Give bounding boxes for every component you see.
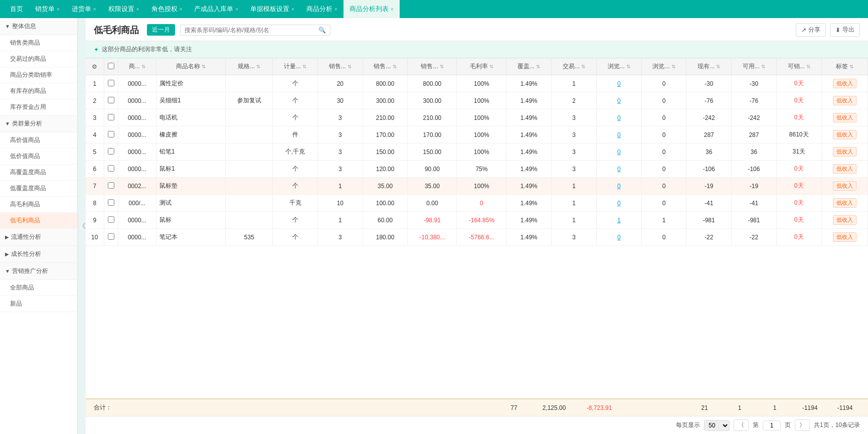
col-sales-amount[interactable]: 销售... ⇅: [363, 58, 408, 75]
col-sales-qty[interactable]: 销售... ⇅: [317, 58, 363, 75]
nav-role-auth[interactable]: 角色授权×: [145, 0, 189, 18]
row-select-checkbox[interactable]: [108, 199, 114, 206]
row-view1[interactable]: 0: [596, 126, 641, 143]
col-available[interactable]: 可用... ⇅: [732, 58, 777, 75]
share-button[interactable]: ↗ 分享: [796, 23, 826, 37]
row-select-checkbox[interactable]: [108, 80, 114, 86]
row-select-checkbox[interactable]: [108, 97, 114, 103]
row-view1[interactable]: 1: [596, 212, 641, 229]
row-view2: 0: [641, 143, 686, 161]
row-view1[interactable]: 0: [596, 75, 641, 92]
sidebar-item-sales-products[interactable]: 销售类商品: [0, 35, 77, 51]
sidebar-group-marketing[interactable]: ▼ 营销推广分析: [0, 263, 77, 280]
col-trade-count[interactable]: 交易... ⇅: [552, 58, 597, 75]
col-sellable[interactable]: 可销... ⇅: [776, 58, 821, 75]
row-select-checkbox[interactable]: [108, 165, 114, 172]
nav-template-settings[interactable]: 单据模板设置×: [244, 0, 300, 18]
sidebar-item-in-stock[interactable]: 有库存的商品: [0, 83, 77, 99]
col-unit[interactable]: 计量... ⇅: [273, 58, 318, 75]
sidebar-item-category-rate[interactable]: 商品分类助销率: [0, 67, 77, 83]
close-icon[interactable]: ×: [391, 7, 394, 12]
next-page-button[interactable]: 〉: [795, 419, 810, 431]
row-select-checkbox[interactable]: [108, 114, 114, 120]
col-tag[interactable]: 标签 ⇅: [821, 58, 867, 75]
table-row: 5 0000... 铅笔1 个,千克 3 150.00 150.00 100% …: [86, 143, 868, 161]
row-checkbox[interactable]: [104, 92, 118, 109]
row-checkbox[interactable]: [104, 212, 118, 229]
row-checkbox[interactable]: [104, 143, 118, 161]
sidebar-item-low-coverage[interactable]: 低覆盖度商品: [0, 181, 77, 197]
sidebar-item-low-margin[interactable]: 低毛利商品: [0, 213, 77, 229]
row-select-checkbox[interactable]: [108, 182, 114, 189]
row-view1[interactable]: 0: [596, 195, 641, 212]
row-view1[interactable]: 0: [596, 109, 641, 126]
close-icon[interactable]: ×: [235, 7, 238, 12]
sidebar-item-high-margin[interactable]: 高毛利商品: [0, 197, 77, 213]
search-input[interactable]: [185, 27, 318, 34]
col-name[interactable]: 商品名称 ⇅: [156, 58, 225, 75]
col-sales-profit[interactable]: 销售... ⇅: [408, 58, 457, 75]
sidebar-group-overall[interactable]: ▼ 整体信息: [0, 18, 77, 35]
close-icon[interactable]: ×: [291, 7, 294, 12]
col-view1[interactable]: 浏览... ⇅: [596, 58, 641, 75]
row-select-checkbox[interactable]: [108, 216, 114, 223]
per-page-select[interactable]: 50 20 100: [704, 420, 730, 431]
sidebar-collapse-button[interactable]: 《: [78, 18, 86, 434]
close-icon[interactable]: ×: [136, 7, 139, 12]
col-gross-margin[interactable]: 毛利率 ⇅: [457, 58, 506, 75]
row-select-checkbox[interactable]: [108, 131, 114, 137]
sidebar-item-stock-capital[interactable]: 库存资金占用: [0, 99, 77, 115]
col-current[interactable]: 现有... ⇅: [686, 58, 732, 75]
col-coverage[interactable]: 覆盖... ⇅: [506, 58, 552, 75]
nav-product-inbound[interactable]: 产成品入库单×: [188, 0, 244, 18]
total-current: -1194: [795, 404, 825, 411]
time-filter-button[interactable]: 近一月: [147, 24, 175, 36]
nav-product-analysis-list[interactable]: 商品分析列表×: [343, 0, 400, 18]
close-icon[interactable]: ×: [180, 7, 183, 12]
export-button[interactable]: ⬇ 导出: [830, 23, 860, 37]
row-select-checkbox[interactable]: [108, 233, 114, 240]
close-icon[interactable]: ×: [93, 7, 96, 12]
row-checkbox[interactable]: [104, 75, 118, 92]
row-checkbox[interactable]: [104, 195, 118, 212]
sidebar-item-high-coverage[interactable]: 高覆盖度商品: [0, 165, 77, 181]
row-unit: 件: [273, 126, 318, 143]
sidebar-item-traded-products[interactable]: 交易过的商品: [0, 51, 77, 67]
row-checkbox[interactable]: [104, 229, 118, 246]
sidebar-item-new-products[interactable]: 新品: [0, 296, 77, 312]
sidebar-item-high-value[interactable]: 高价值商品: [0, 132, 77, 149]
sidebar-group-growth[interactable]: ▶ 成长性分析: [0, 246, 77, 263]
nav-permission[interactable]: 权限设置×: [102, 0, 145, 18]
page-input[interactable]: [763, 420, 781, 430]
sidebar-group-cluster[interactable]: ▼ 类群量分析: [0, 115, 77, 132]
row-checkbox[interactable]: [104, 126, 118, 143]
col-settings[interactable]: ⚙: [86, 58, 104, 75]
sidebar-group-flow[interactable]: ▶ 流通性分析: [0, 229, 77, 246]
prev-page-button[interactable]: 〈: [734, 419, 749, 431]
row-select-checkbox[interactable]: [108, 148, 114, 155]
col-spec[interactable]: 规格... ⇅: [226, 58, 273, 75]
nav-sales-order[interactable]: 销货单×: [29, 0, 66, 18]
col-code[interactable]: 商... ⇅: [118, 58, 156, 75]
row-sales-profit: 90.00: [408, 161, 457, 178]
sidebar-item-all-products[interactable]: 全部商品: [0, 280, 77, 296]
search-icon[interactable]: 🔍: [318, 27, 326, 34]
row-view1[interactable]: 0: [596, 229, 641, 246]
nav-product-analysis[interactable]: 商品分析×: [300, 0, 343, 18]
row-code: 0000...: [118, 109, 156, 126]
row-view1[interactable]: 0: [596, 92, 641, 109]
row-view1[interactable]: 0: [596, 161, 641, 178]
close-icon[interactable]: ×: [57, 7, 60, 12]
row-view1[interactable]: 0: [596, 143, 641, 161]
sidebar-item-low-value[interactable]: 低价值商品: [0, 149, 77, 165]
select-all-checkbox[interactable]: [108, 63, 114, 69]
close-icon[interactable]: ×: [334, 7, 337, 12]
col-checkbox[interactable]: [104, 58, 118, 75]
nav-purchase-order[interactable]: 进货单×: [66, 0, 102, 18]
row-view1[interactable]: 0: [596, 178, 641, 195]
nav-home[interactable]: 首页: [4, 0, 29, 18]
col-view2[interactable]: 浏览... ⇅: [641, 58, 686, 75]
row-checkbox[interactable]: [104, 178, 118, 195]
row-checkbox[interactable]: [104, 161, 118, 178]
row-checkbox[interactable]: [104, 109, 118, 126]
